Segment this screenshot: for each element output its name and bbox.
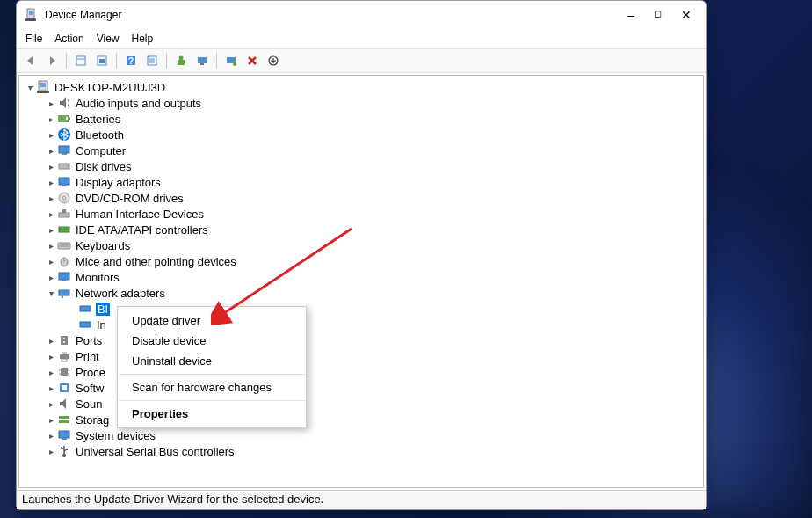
chevron-right-icon[interactable]: ▸: [46, 113, 56, 124]
help-button[interactable]: ?: [122, 52, 140, 69]
svg-point-30: [67, 165, 69, 167]
toolbar-btn-9[interactable]: [222, 52, 240, 69]
tree-node[interactable]: ▸Display adaptors: [19, 174, 703, 190]
toolbar-btn-3[interactable]: [72, 52, 90, 69]
close-button[interactable]: ✕: [681, 8, 692, 22]
chevron-right-icon[interactable]: ▸: [46, 129, 56, 140]
tree-node[interactable]: ▸Monitors: [19, 269, 703, 285]
toolbar-btn-7[interactable]: [172, 52, 190, 69]
menu-help[interactable]: Help: [132, 33, 154, 45]
hid-icon: [57, 207, 71, 221]
chevron-right-icon[interactable]: ▸: [46, 256, 56, 266]
device-tree[interactable]: ▾ DESKTOP-M2UUJ3D ▸Audio inputs and outp…: [18, 75, 704, 488]
svg-rect-44: [59, 273, 69, 280]
processor-icon: [57, 365, 71, 379]
tree-node[interactable]: ▸System devices: [19, 427, 703, 443]
svg-rect-15: [198, 57, 207, 63]
tree-node[interactable]: ▸IDE ATA/ATAPI controllers: [19, 222, 703, 237]
computer-icon: [57, 143, 71, 157]
svg-rect-47: [62, 295, 63, 298]
ide-icon: [57, 223, 71, 237]
chevron-right-icon[interactable]: ▸: [46, 208, 56, 219]
back-button[interactable]: [22, 52, 40, 69]
svg-rect-32: [62, 185, 66, 186]
svg-point-18: [233, 62, 236, 66]
maximize-button[interactable]: ◻: [654, 8, 662, 22]
tree-node[interactable]: ▸Universal Serial Bus controllers: [19, 443, 703, 459]
svg-rect-48: [80, 306, 91, 311]
disk-icon: [57, 159, 71, 173]
chevron-right-icon[interactable]: ▸: [46, 446, 56, 456]
ctx-properties[interactable]: Properties: [118, 404, 306, 424]
statusbar: Launches the Update Driver Wizard for th…: [17, 490, 706, 509]
tree-node[interactable]: ▸Bluetooth: [19, 127, 703, 142]
svg-rect-54: [62, 352, 67, 354]
chevron-right-icon[interactable]: ▸: [46, 335, 56, 346]
chevron-right-icon[interactable]: ▸: [46, 145, 56, 156]
system-icon: [57, 428, 71, 442]
chevron-right-icon[interactable]: ▸: [46, 161, 56, 171]
ports-icon: [57, 333, 71, 347]
svg-rect-63: [59, 416, 69, 419]
bluetooth-icon: [57, 128, 71, 142]
tree-node[interactable]: ▸Batteries: [19, 111, 703, 127]
app-icon: [24, 8, 38, 22]
toolbar-btn-11[interactable]: [265, 52, 282, 69]
display-icon: [57, 175, 71, 189]
chevron-right-icon[interactable]: ▸: [46, 414, 56, 425]
menu-view[interactable]: View: [97, 33, 120, 45]
svg-rect-70: [66, 449, 68, 450]
menu-action[interactable]: Action: [54, 33, 83, 45]
ctx-update-driver[interactable]: Update driver: [118, 310, 306, 331]
ctx-uninstall-device[interactable]: Uninstall device: [118, 351, 306, 371]
chevron-right-icon[interactable]: ▸: [46, 224, 56, 235]
svg-rect-45: [62, 280, 66, 281]
tree-node[interactable]: ▸Audio inputs and outputs: [19, 95, 703, 111]
toolbar-btn-6[interactable]: [143, 52, 161, 69]
chevron-down-icon[interactable]: ▾: [46, 288, 56, 298]
svg-rect-2: [25, 18, 36, 21]
chevron-right-icon[interactable]: ▸: [46, 240, 56, 251]
chevron-right-icon[interactable]: ▸: [46, 177, 56, 187]
svg-rect-35: [59, 213, 69, 217]
chevron-right-icon[interactable]: ▸: [46, 430, 56, 441]
tree-node[interactable]: ▸Keyboards: [19, 237, 703, 253]
svg-rect-49: [80, 322, 91, 327]
svg-point-52: [63, 341, 65, 343]
ctx-separator: [119, 374, 305, 375]
chevron-right-icon[interactable]: ▸: [46, 398, 56, 409]
network-icon: [57, 286, 71, 300]
device-manager-window: Device Manager – ◻ ✕ File Action View He…: [16, 0, 707, 510]
tree-node[interactable]: ▸Computer: [19, 142, 703, 158]
network-adapter-icon: [78, 302, 92, 316]
tree-node[interactable]: ▸DVD/CD-ROM drives: [19, 190, 703, 206]
tree-node[interactable]: ▸Mice and other pointing devices: [19, 253, 703, 269]
ctx-disable-device[interactable]: Disable device: [118, 331, 306, 351]
chevron-right-icon[interactable]: ▸: [46, 383, 56, 393]
chevron-right-icon[interactable]: ▸: [46, 367, 56, 377]
chevron-right-icon[interactable]: ▸: [46, 351, 56, 361]
titlebar: Device Manager – ◻ ✕: [17, 1, 706, 29]
tree-node-network[interactable]: ▾Network adapters: [19, 285, 703, 301]
forward-button[interactable]: [43, 52, 61, 69]
chevron-right-icon[interactable]: ▸: [46, 272, 56, 282]
statusbar-text: Launches the Update Driver Wizard for th…: [22, 492, 323, 506]
chevron-right-icon[interactable]: ▸: [46, 193, 56, 203]
svg-rect-64: [59, 420, 69, 423]
delete-button[interactable]: [243, 52, 261, 69]
ctx-scan-hardware[interactable]: Scan for hardware changes: [118, 377, 306, 398]
tree-root[interactable]: ▾ DESKTOP-M2UUJ3D: [19, 79, 703, 95]
menu-file[interactable]: File: [25, 33, 42, 45]
chevron-down-icon[interactable]: ▾: [25, 82, 35, 92]
svg-rect-27: [59, 146, 69, 153]
tree-node[interactable]: ▸Disk drives: [19, 158, 703, 174]
minimize-button[interactable]: –: [627, 8, 634, 22]
toolbar-btn-4[interactable]: [93, 52, 111, 69]
toolbar-btn-8[interactable]: [193, 52, 211, 69]
svg-rect-3: [76, 56, 85, 65]
tree-node[interactable]: ▸Human Interface Devices: [19, 206, 703, 222]
chevron-right-icon[interactable]: ▸: [46, 98, 56, 108]
svg-rect-28: [62, 153, 67, 155]
monitor-icon: [57, 270, 71, 284]
usb-icon: [57, 444, 71, 458]
